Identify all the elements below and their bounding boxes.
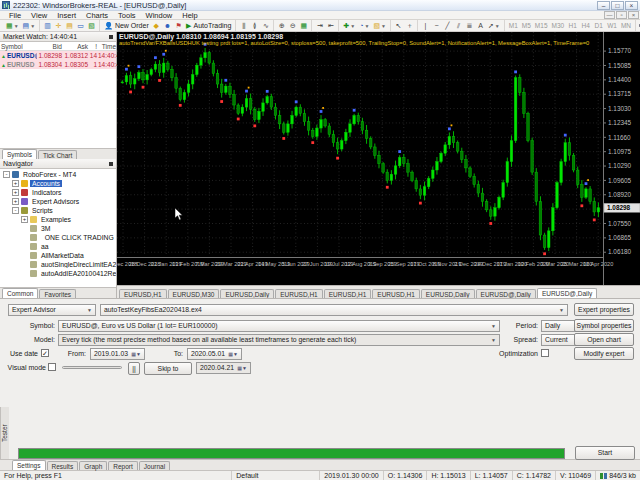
to-date-field[interactable]: 2020.05.01▦▼: [187, 348, 242, 360]
pause-button[interactable]: ||: [128, 362, 140, 375]
tester-tab-journal[interactable]: Journal: [139, 461, 170, 470]
menu-view[interactable]: View: [26, 11, 52, 20]
timeframe-w1-button[interactable]: W1: [605, 21, 619, 31]
expand-toggle-icon[interactable]: +: [12, 198, 19, 205]
start-button[interactable]: Start: [575, 446, 635, 460]
expand-toggle-icon[interactable]: -: [12, 207, 19, 214]
navigator-item-3m[interactable]: 3M: [0, 224, 116, 233]
chart-tab-eurusd-h1[interactable]: EURUSD,H1: [119, 289, 167, 298]
mw-col-warn[interactable]: !: [89, 43, 98, 50]
text-button[interactable]: A: [475, 21, 486, 31]
open-chart-button[interactable]: Open chart: [574, 333, 634, 346]
navigator-item-expert-advisors[interactable]: +Expert Advisors: [0, 197, 116, 206]
expert-file-select[interactable]: autoTestKeyFibsEa2020418.ex4▼: [100, 304, 568, 316]
line-chart-button[interactable]: ∿: [260, 21, 271, 31]
navigator-item-indicators[interactable]: +Indicators: [0, 188, 116, 197]
menu-insert[interactable]: Insert: [52, 11, 81, 20]
alerts-button[interactable]: ⚑: [173, 21, 184, 31]
tester-type-select[interactable]: Expert Advisor▼: [8, 304, 96, 316]
modify-expert-button[interactable]: Modify expert: [574, 347, 634, 360]
market-watch-toggle[interactable]: ▥: [42, 21, 53, 31]
auto-scroll-button[interactable]: ⇥: [314, 21, 325, 31]
menu-help[interactable]: Help: [177, 11, 202, 20]
expand-toggle-icon[interactable]: +: [12, 180, 19, 187]
chart-tab-eurusd-h1[interactable]: EURUSD,H1: [275, 289, 323, 298]
chart-minimize-button[interactable]: —: [604, 11, 615, 19]
chart-tab-eurusd@-daily[interactable]: EURUSD@,Daily: [476, 289, 536, 298]
close-button[interactable]: ×: [625, 1, 638, 10]
data-window-toggle[interactable]: ✛: [53, 21, 64, 31]
navigator-item-accounts[interactable]: +Accounts: [0, 179, 116, 188]
navigator-item-scripts[interactable]: -Scripts: [0, 206, 116, 215]
from-date-field[interactable]: 2019.01.03▦▼: [90, 348, 145, 360]
search-symbol-icon[interactable]: [636, 21, 640, 31]
fibonacci-button[interactable]: ≣: [464, 21, 475, 31]
mw-col-time[interactable]: Time: [98, 43, 117, 50]
expert-properties-button[interactable]: Expert properties: [574, 303, 634, 316]
chart-tab-eurusd-daily[interactable]: EURUSD,Daily: [220, 289, 274, 298]
strategy-tester-toggle[interactable]: ▧: [86, 21, 97, 31]
timeframe-h1-button[interactable]: H1: [566, 21, 579, 31]
templates-button[interactable]: ▧▼: [371, 21, 388, 31]
expand-toggle-icon[interactable]: +: [12, 189, 19, 196]
indicators-button[interactable]: ✚▼: [341, 21, 357, 31]
expand-toggle-icon[interactable]: -: [3, 171, 10, 178]
vline-button[interactable]: |: [420, 21, 431, 31]
timeframe-m5-button[interactable]: M5: [520, 21, 533, 31]
trendline-button[interactable]: ╱: [442, 21, 453, 31]
maximize-button[interactable]: □: [611, 1, 624, 10]
mw-col-symbol[interactable]: Symbol: [0, 43, 37, 50]
menu-charts[interactable]: Charts: [81, 11, 113, 20]
zoom-in-button[interactable]: ⊕: [276, 21, 287, 31]
tester-tab-graph[interactable]: Graph: [79, 461, 107, 470]
optimization-checkbox[interactable]: [541, 349, 549, 357]
bar-chart-button[interactable]: ⫼: [238, 21, 249, 31]
hline-button[interactable]: −: [431, 21, 442, 31]
chart-area[interactable]: EURUSD@,Daily 1.08310 1.08694 1.08195 1.…: [117, 32, 640, 285]
new-chart-button[interactable]: ▦▼: [4, 21, 21, 31]
visual-speed-slider[interactable]: [62, 366, 122, 369]
chart-shift-button[interactable]: ⇤: [325, 21, 336, 31]
skip-to-button[interactable]: Skip to: [144, 362, 192, 375]
chart-close-button[interactable]: ×: [628, 11, 639, 19]
navigator-item-examples[interactable]: +Examples: [0, 215, 116, 224]
visual-mode-checkbox[interactable]: [48, 363, 56, 371]
timeframe-m1-button[interactable]: M1: [507, 21, 520, 31]
crosshair-button[interactable]: ＋: [404, 21, 415, 31]
mw-col-ask[interactable]: Ask: [63, 43, 89, 50]
tile-windows-button[interactable]: ▦: [298, 21, 309, 31]
skip-to-date-field[interactable]: 2020.04.21▦▼: [196, 362, 251, 374]
channel-button[interactable]: ⫽: [453, 21, 464, 31]
panel-menu-icon[interactable]: [109, 162, 113, 166]
use-date-checkbox[interactable]: ✓: [41, 349, 49, 357]
menu-file[interactable]: File: [4, 11, 26, 20]
tester-tab-results[interactable]: Results: [47, 461, 79, 470]
model-select[interactable]: Every tick (the most precise method base…: [58, 334, 500, 346]
zoom-out-button[interactable]: ⊖: [287, 21, 298, 31]
navigator-item-allmarketdata[interactable]: AllMarketData: [0, 251, 116, 260]
navigator-item-aa[interactable]: aa: [0, 242, 116, 251]
chart-tab-eurusd-m30[interactable]: EURUSD,M30: [168, 289, 220, 298]
metaeditor-button[interactable]: ◆: [151, 21, 162, 31]
profiles-button[interactable]: ▤▼: [21, 21, 38, 31]
navigator-tab-common[interactable]: Common: [2, 288, 38, 298]
timeframe-m30-button[interactable]: M30: [550, 21, 567, 31]
mw-col-bid[interactable]: Bid: [37, 43, 63, 50]
tester-tab-report[interactable]: Report: [108, 461, 138, 470]
navigator-item-auotsingledireclimitea20091006pubregea[interactable]: auotSingleDirecLimitEA20091006PubRegEA: [0, 260, 116, 269]
menu-tools[interactable]: Tools: [113, 11, 141, 20]
navigator-item-roboforex-mt4[interactable]: -RoboForex - MT4: [0, 170, 116, 179]
minimize-button[interactable]: –: [597, 1, 610, 10]
panel-menu-icon[interactable]: [109, 35, 113, 39]
arrows-button[interactable]: ➚▼: [486, 21, 502, 31]
candlestick-chart-button[interactable]: ≬: [249, 21, 260, 31]
market-watch-tab-symbols[interactable]: Symbols: [2, 149, 37, 159]
chart-tab-eurusd-daily[interactable]: EURUSD,Daily: [421, 289, 475, 298]
timeframe-d1-button[interactable]: D1: [592, 21, 605, 31]
symbol-select[interactable]: EURUSD@, Euro vs US Dollar (1 lot= EUR10…: [58, 320, 500, 332]
new-order-button[interactable]: 👤New Order: [102, 21, 151, 31]
navigator-item-autoaddiea20100412regea[interactable]: autoAddIEA20100412RegEA: [0, 269, 116, 278]
timeframe-m15-button[interactable]: M15: [533, 21, 550, 31]
price-chart[interactable]: 5 Dec 201828 Dec 201822 Jan 201913 Feb 2…: [117, 32, 640, 285]
market-watch-row[interactable]: ▲EURUSD1.083041.08305114:40:41: [0, 60, 116, 69]
